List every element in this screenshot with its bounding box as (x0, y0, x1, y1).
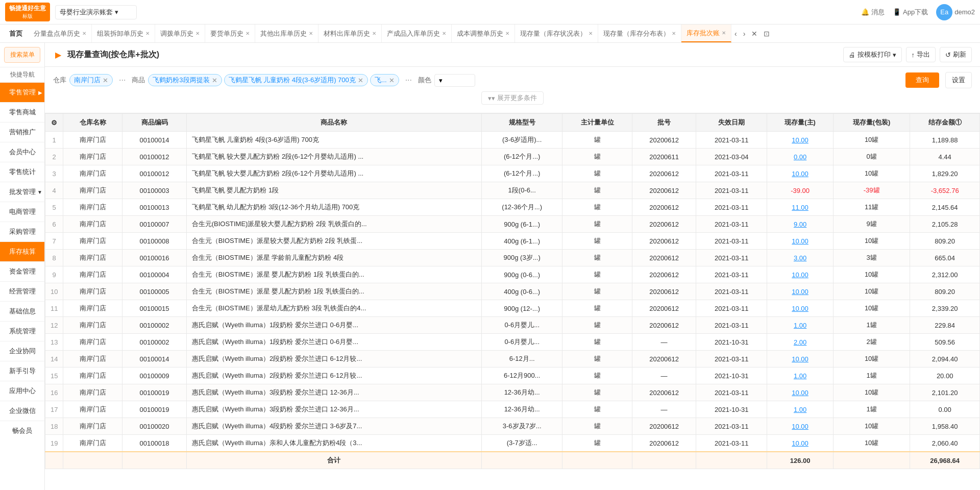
cell-qty-main-12[interactable]: 2.00 (767, 334, 834, 351)
cell-qty-main-18[interactable]: 10.00 (767, 435, 834, 452)
sidebar-item-basic[interactable]: 基础信息 (0, 301, 44, 321)
cell-qty-main-0[interactable]: 10.00 (767, 132, 834, 149)
tab-pizhang-close[interactable]: ✕ (722, 30, 726, 36)
table-row: 17 南岸门店 00100019 惠氏启赋（Wyeth illuma）3段奶粉 … (45, 401, 980, 418)
sidebar-item-member[interactable]: 会员中心 (0, 142, 44, 162)
product-more-icon[interactable]: ··· (405, 76, 412, 85)
sidebar-item-retail[interactable]: 零售管理 ▶ (0, 82, 44, 102)
tab-cailiao-close[interactable]: ✕ (372, 31, 376, 36)
sidebar-item-purchase[interactable]: 采购管理 (0, 222, 44, 241)
tab-chengben-close[interactable]: ✕ (505, 31, 509, 36)
sidebar-item-wechat[interactable]: 企业微信 (0, 401, 44, 421)
product-tag-1-close-icon[interactable]: ✕ (358, 77, 363, 84)
product-tag-2-close-icon[interactable]: ✕ (389, 77, 395, 84)
tab-zuche-close[interactable]: ✕ (145, 31, 150, 36)
sidebar-item-marketing[interactable]: 营销推广 (0, 122, 44, 142)
message-button[interactable]: 🔔 消息 (861, 8, 885, 17)
cell-qty-main-8[interactable]: 10.00 (767, 266, 834, 283)
cell-qty-main-14[interactable]: 1.00 (767, 368, 834, 384)
inventory-table: ⚙ 仓库名称 商品编码 商品名称 规格型号 主计量单位 批号 失效日期 现存量(… (45, 113, 980, 469)
setting-button[interactable]: 设置 (945, 72, 972, 88)
tab-chengben[interactable]: 成本调整单历史 ✕ (452, 24, 515, 42)
cell-qty-main-15[interactable]: 10.00 (767, 384, 834, 401)
warehouse-tag-close-icon[interactable]: ✕ (103, 77, 108, 84)
sidebar-item-guide[interactable]: 新手引导 (0, 361, 44, 381)
tab-qita-close[interactable]: ✕ (309, 31, 313, 36)
tab-tiaopai-close[interactable]: ✕ (195, 31, 200, 36)
tab-fenku[interactable]: 分量盘点单历史 ✕ (29, 24, 92, 42)
tab-xianzai1-close[interactable]: ✕ (589, 31, 593, 36)
cell-qty-main-11[interactable]: 1.00 (767, 317, 834, 334)
tab-maximize-button[interactable]: ⊡ (761, 30, 773, 38)
search-menu-button[interactable]: 搜索菜单 (4, 47, 40, 63)
tab-tiaopai[interactable]: 调拨单历史 ✕ (155, 24, 205, 42)
expand-arrow-icon[interactable]: ▶ (53, 50, 63, 60)
cell-qty-main-1[interactable]: 0.00 (767, 149, 834, 165)
user-avatar-button[interactable]: Ea demo2 (936, 4, 975, 20)
sidebar-item-inventory[interactable]: 库存核算 (0, 241, 44, 261)
cell-name-6: 合生元（BIOSTIME）派星较大婴儿配方奶粉 2段 乳铁蛋... (186, 233, 481, 250)
sidebar-item-wholesale[interactable]: 批发管理 ▼ (0, 182, 44, 202)
cell-qty-main-16[interactable]: 1.00 (767, 401, 834, 418)
tab-next-button[interactable]: › (740, 30, 749, 38)
product-tag-1[interactable]: 飞鹤星飞帆 儿童奶粉 4段(3-6岁适用) 700克 ✕ (224, 74, 368, 86)
refresh-button[interactable]: ↺ 刷新 (940, 47, 972, 62)
expand-conditions-button[interactable]: ▾▾ 展开更多条件 (481, 91, 544, 105)
warehouse-tag[interactable]: 南岸门店 ✕ (69, 74, 113, 86)
search-button[interactable]: 查询 (905, 72, 939, 88)
product-tag-2[interactable]: 飞... ✕ (370, 74, 399, 86)
settings-icon[interactable]: ⚙ (51, 119, 57, 127)
cell-qty-main-4[interactable]: 11.00 (767, 199, 834, 216)
sidebar-item-finance[interactable]: 资金管理 (0, 261, 44, 281)
cell-qty-main-3[interactable]: -39.00 (767, 182, 834, 199)
cell-qty-main-7[interactable]: 3.00 (767, 250, 834, 266)
sidebar-item-ecom[interactable]: 电商管理 (0, 202, 44, 222)
tab-xianzai1[interactable]: 现存量（库存状况表） ✕ (515, 24, 598, 42)
cell-qty-main-10[interactable]: 10.00 (767, 300, 834, 317)
sidebar-item-member2[interactable]: 畅会员 (0, 421, 44, 440)
template-print-button[interactable]: 🖨 按模板打印 ▾ (843, 47, 902, 62)
sidebar-item-shop[interactable]: 零售商城 (0, 102, 44, 122)
cell-num-1: 2 (45, 149, 63, 165)
tab-xianzai2-close[interactable]: ✕ (672, 31, 676, 36)
sidebar-item-ops[interactable]: 经营管理 (0, 281, 44, 301)
warehouse-more-icon[interactable]: ··· (119, 76, 126, 85)
tab-yaohuo-close[interactable]: ✕ (246, 31, 250, 36)
cell-warehouse-9: 南岸门店 (63, 283, 122, 300)
tab-close-all-button[interactable]: ✕ (748, 30, 761, 38)
sidebar-shortcut[interactable]: 快捷导航 (0, 67, 44, 82)
tab-fenku-close[interactable]: ✕ (82, 31, 86, 36)
color-dropdown[interactable]: ▾ (434, 74, 475, 87)
cell-qty-main-2[interactable]: 10.00 (767, 165, 834, 182)
tab-chengpin[interactable]: 产成品入库单历史 ✕ (382, 24, 452, 42)
cell-qty-main-6[interactable]: 10.00 (767, 233, 834, 250)
tab-xianzai2-label: 现存量（库存分布表） (603, 29, 670, 38)
tab-pizhang[interactable]: 库存批次账 ✕ (681, 24, 731, 42)
sidebar-item-enterprise[interactable]: 企业协同 (0, 341, 44, 361)
tab-prev-button[interactable]: ‹ (731, 30, 740, 38)
app-download-button[interactable]: 📱 App下载 (893, 8, 928, 17)
account-dropdown[interactable]: 母婴行业演示账套 ▾ (55, 5, 137, 19)
tab-chengpin-close[interactable]: ✕ (442, 31, 446, 36)
tab-home[interactable]: 首页 (3, 29, 29, 38)
product-tag-0-close-icon[interactable]: ✕ (212, 77, 217, 84)
cell-qty-main-13[interactable]: 10.00 (767, 351, 834, 368)
tab-zuche[interactable]: 组装拆卸单历史 ✕ (92, 24, 155, 42)
sidebar-item-apps[interactable]: 应用中心 (0, 381, 44, 401)
cell-code-0: 00100014 (122, 132, 186, 149)
col-expire-header: 失效日期 (696, 114, 767, 132)
export-button[interactable]: ↑ 导出 (906, 47, 936, 62)
sidebar-item-stats[interactable]: 零售统计 (0, 162, 44, 182)
cell-qty-main-17[interactable]: 10.00 (767, 418, 834, 435)
cell-qty-pack-5: 9罐 (833, 216, 910, 233)
tab-xianzai2[interactable]: 现存量（库存分布表） ✕ (598, 24, 681, 42)
cell-qty-main-5[interactable]: 9.00 (767, 216, 834, 233)
cell-qty-main-9[interactable]: 10.00 (767, 283, 834, 300)
sidebar-item-system[interactable]: 系统管理 (0, 321, 44, 341)
tab-yaohuo[interactable]: 要货单历史 ✕ (205, 24, 255, 42)
header-actions: 🔔 消息 📱 App下载 Ea demo2 (861, 4, 975, 20)
tab-qita[interactable]: 其他出库单历史 ✕ (255, 24, 318, 42)
product-tag-0[interactable]: 飞鹤奶粉3段两提装 ✕ (148, 74, 222, 86)
cell-name-17: 惠氏启赋（Wyeth illuma）4段奶粉 爱尔兰进口 3-6岁及7... (186, 418, 481, 435)
tab-cailiao[interactable]: 材料出库单历史 ✕ (318, 24, 382, 42)
